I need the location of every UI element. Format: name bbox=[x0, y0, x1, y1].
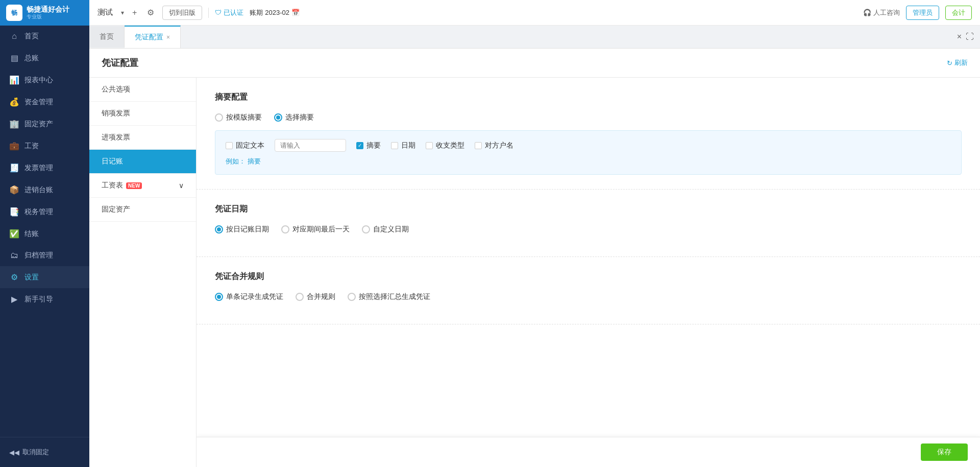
refresh-icon: ↻ bbox=[947, 59, 952, 67]
topbar-divider bbox=[208, 8, 209, 18]
radio-custom-date[interactable]: 自定义日期 bbox=[362, 225, 409, 234]
sidebar-item-label: 首页 bbox=[24, 32, 39, 41]
radio-merge-label: 合并规则 bbox=[307, 292, 335, 301]
date-checkbox bbox=[391, 142, 398, 149]
chevron-down-icon: ∨ bbox=[179, 181, 184, 190]
accountant-button[interactable]: 会计 bbox=[945, 6, 972, 20]
company-dropdown-icon[interactable]: ▾ bbox=[121, 9, 124, 16]
sidebar-item-guide[interactable]: ▶ 新手引导 bbox=[0, 288, 89, 310]
headset-icon: 🎧 bbox=[863, 9, 871, 16]
left-nav-label: 固定资产 bbox=[102, 205, 130, 214]
sidebar-item-assets[interactable]: 🏢 固定资产 bbox=[0, 113, 89, 135]
sidebar-item-tax[interactable]: 📑 税务管理 bbox=[0, 201, 89, 223]
sidebar-item-label: 资金管理 bbox=[24, 98, 53, 107]
summary-section-title: 摘要配置 bbox=[215, 92, 962, 103]
settings-button[interactable]: ⚙ bbox=[145, 6, 156, 19]
summary-radio-group: 按模版摘要 选择摘要 bbox=[215, 113, 962, 122]
sidebar-nav: ⌂ 首页 ▤ 总账 📊 报表中心 💰 资金管理 🏢 固定资产 💼 工资 🧾 发票… bbox=[0, 26, 89, 437]
voucher-merge-title: 凭证合并规则 bbox=[215, 271, 962, 282]
checkbox-summary[interactable]: ✓ 摘要 bbox=[356, 141, 381, 150]
radio-merge-rule[interactable]: 合并规则 bbox=[296, 292, 335, 301]
sidebar-item-settle[interactable]: ✅ 结账 bbox=[0, 223, 89, 245]
topbar-right: 🎧 人工咨询 管理员 会计 bbox=[863, 6, 972, 20]
sidebar-item-trade[interactable]: 📦 进销台账 bbox=[0, 179, 89, 201]
tax-icon: 📑 bbox=[9, 207, 19, 217]
radio-single-record[interactable]: 单条记录生成凭证 bbox=[215, 292, 283, 301]
radio-custom-date-label: 自定义日期 bbox=[373, 225, 409, 234]
merge-radio-group: 单条记录生成凭证 合并规则 按照选择汇总生成凭证 bbox=[215, 292, 962, 301]
tab-home[interactable]: 首页 bbox=[89, 26, 125, 48]
tab-home-label: 首页 bbox=[100, 32, 114, 41]
tab-voucher-config[interactable]: 凭证配置 × bbox=[125, 26, 181, 48]
right-content: 摘要配置 按模版摘要 选择摘要 bbox=[197, 78, 980, 437]
home-icon: ⌂ bbox=[9, 32, 19, 41]
fullscreen-button[interactable]: ⛶ bbox=[966, 32, 974, 41]
radio-journal-date[interactable]: 按日记账日期 bbox=[215, 225, 269, 234]
tab-controls: × ⛶ bbox=[951, 32, 980, 41]
checkbox-fixed-text[interactable]: 固定文本 bbox=[226, 141, 264, 150]
customer-service-button[interactable]: 🎧 人工咨询 bbox=[863, 8, 900, 17]
assets-icon: 🏢 bbox=[9, 119, 19, 129]
left-nav-label: 工资表 bbox=[102, 181, 123, 190]
sidebar-item-invoice[interactable]: 🧾 发票管理 bbox=[0, 157, 89, 179]
calendar-icon[interactable]: 📅 bbox=[291, 9, 300, 16]
left-nav: 公共选项 销项发票 进项发票 日记账 工资表 NEW ∨ bbox=[89, 78, 197, 467]
sidebar-item-report[interactable]: 📊 报表中心 bbox=[0, 69, 89, 91]
refresh-button[interactable]: ↻ 刷新 bbox=[947, 58, 968, 67]
pin-left-icon: ◀◀ bbox=[9, 449, 19, 456]
logo-info: 畅捷通好会计 专业版 bbox=[27, 5, 69, 21]
date-label: 日期 bbox=[401, 141, 415, 150]
radio-template-summary[interactable]: 按模版摘要 bbox=[215, 113, 262, 122]
radio-selected-summary[interactable]: 按照选择汇总生成凭证 bbox=[348, 292, 430, 301]
checkbox-counterpart[interactable]: 对方户名 bbox=[475, 141, 513, 150]
left-nav-item-purchase-invoice[interactable]: 进项发票 bbox=[89, 126, 196, 150]
radio-template-circle bbox=[215, 113, 223, 122]
income-expense-label: 收支类型 bbox=[436, 141, 464, 150]
right-panel: 摘要配置 按模版摘要 选择摘要 bbox=[197, 78, 980, 467]
left-nav-item-sales-invoice[interactable]: 销项发票 bbox=[89, 102, 196, 126]
sidebar-item-ledger[interactable]: ▤ 总账 bbox=[0, 47, 89, 69]
manager-button[interactable]: 管理员 bbox=[906, 6, 939, 20]
checkbox-income-expense[interactable]: 收支类型 bbox=[426, 141, 464, 150]
sidebar: 畅 畅捷通好会计 专业版 ⌂ 首页 ▤ 总账 📊 报表中心 💰 资金管理 🏢 固… bbox=[0, 0, 89, 467]
radio-template-label: 按模版摘要 bbox=[226, 113, 262, 122]
period-value: 2023-02 bbox=[265, 9, 289, 16]
sidebar-item-archive[interactable]: 🗂 归档管理 bbox=[0, 245, 89, 266]
sidebar-item-capital[interactable]: 💰 资金管理 bbox=[0, 91, 89, 113]
radio-period-last-circle bbox=[281, 225, 289, 233]
settle-icon: ✅ bbox=[9, 229, 19, 239]
cancel-fixed-label: 取消固定 bbox=[22, 448, 49, 457]
sidebar-item-salary[interactable]: 💼 工资 bbox=[0, 135, 89, 157]
voucher-merge-section: 凭证合并规则 单条记录生成凭证 合并规则 bbox=[197, 257, 980, 324]
new-badge: NEW bbox=[126, 182, 142, 189]
radio-select-summary[interactable]: 选择摘要 bbox=[274, 113, 314, 122]
summary-label: 摘要 bbox=[366, 141, 381, 150]
sidebar-item-label: 新手引导 bbox=[24, 295, 53, 304]
tab-close-icon[interactable]: × bbox=[166, 34, 170, 41]
close-panel-button[interactable]: × bbox=[957, 32, 962, 41]
sidebar-item-label: 报表中心 bbox=[24, 76, 53, 85]
summary-config-section: 摘要配置 按模版摘要 选择摘要 bbox=[197, 78, 980, 190]
checkbox-date[interactable]: 日期 bbox=[391, 141, 415, 150]
sidebar-item-label: 进销台账 bbox=[24, 185, 53, 195]
left-nav-item-fixed-assets[interactable]: 固定资产 bbox=[89, 198, 196, 222]
left-nav-item-payroll[interactable]: 工资表 NEW ∨ bbox=[89, 174, 196, 198]
logo-icon-text: 畅 bbox=[11, 9, 17, 17]
switch-old-version-button[interactable]: 切到旧版 bbox=[162, 6, 202, 20]
save-button[interactable]: 保存 bbox=[921, 443, 968, 461]
income-expense-checkbox bbox=[426, 142, 433, 149]
radio-period-last-day[interactable]: 对应期间最后一天 bbox=[281, 225, 350, 234]
sidebar-item-settings[interactable]: ⚙ 设置 bbox=[0, 266, 89, 288]
fixed-text-input[interactable] bbox=[275, 139, 346, 152]
radio-single-label: 单条记录生成凭证 bbox=[226, 292, 283, 301]
radio-merge-circle bbox=[296, 293, 304, 301]
add-company-button[interactable]: + bbox=[130, 6, 139, 19]
left-nav-item-public[interactable]: 公共选项 bbox=[89, 78, 196, 102]
sidebar-item-home[interactable]: ⌂ 首页 bbox=[0, 26, 89, 47]
left-nav-label: 日记账 bbox=[102, 157, 123, 166]
cancel-fixed-button[interactable]: ◀◀ 取消固定 bbox=[0, 442, 89, 462]
service-label: 人工咨询 bbox=[873, 8, 900, 17]
fixed-text-label: 固定文本 bbox=[236, 141, 264, 150]
left-nav-item-journal[interactable]: 日记账 bbox=[89, 150, 196, 174]
date-radio-group: 按日记账日期 对应期间最后一天 自定义日期 bbox=[215, 225, 962, 234]
